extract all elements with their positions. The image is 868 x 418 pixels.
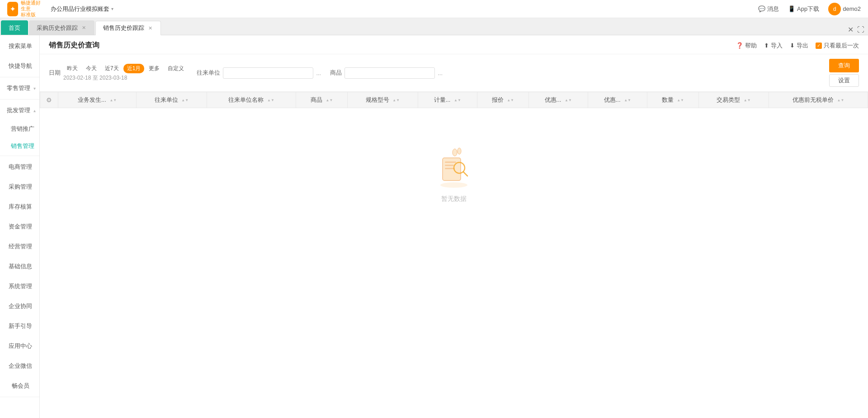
content-area: 销售历史价查询 ❓ 帮助 ⬆ 导入 ⬇ 导出 ✓ 只看最后一次: [40, 35, 868, 418]
sort-icon-discount1[interactable]: ▲▼: [565, 98, 572, 102]
date-btn-1month[interactable]: 近1月: [123, 64, 145, 73]
message-button[interactable]: 💬 消息: [758, 5, 779, 13]
import-icon: ⬆: [764, 42, 769, 49]
sidebar-item-inventory[interactable]: 库存核算: [0, 197, 39, 217]
date-btn-7days[interactable]: 近7天: [101, 64, 123, 73]
query-button[interactable]: 查询: [829, 59, 859, 72]
date-buttons: 昨天 今天 近7天 近1月 更多 自定义: [63, 64, 188, 73]
sidebar-inventory-label: 库存核算: [9, 203, 32, 211]
expand-window-button[interactable]: ⛶: [857, 26, 864, 34]
table-header: ⚙ 业务发生... ▲▼ 往来单位 ▲▼ 往来单位名称 ▲▼: [40, 92, 868, 108]
sidebar-item-ecommerce[interactable]: 电商管理: [0, 157, 39, 177]
sidebar-top-section: 搜索菜单 快捷导航: [0, 35, 39, 77]
sidebar-item-enterprise-wechat[interactable]: 企业微信: [0, 356, 39, 376]
sidebar-item-guide[interactable]: 新手引导: [0, 316, 39, 336]
sidebar-item-purchase-mgmt[interactable]: 采购管理: [0, 177, 39, 197]
counterparty-dots[interactable]: ...: [316, 70, 321, 76]
page-header: 销售历史价查询 ❓ 帮助 ⬆ 导入 ⬇ 导出 ✓ 只看最后一次: [40, 35, 868, 54]
export-button[interactable]: ⬇ 导出: [790, 42, 808, 50]
sort-icon-counterparty-name[interactable]: ▲▼: [267, 98, 274, 102]
date-btn-custom[interactable]: 自定义: [164, 64, 188, 73]
header-left: ✦ 畅捷通好生意 标准版 办公用品行业模拟账套 ▾: [7, 0, 117, 18]
sidebar-system-label: 系统管理: [9, 282, 32, 290]
export-label: 导出: [797, 42, 808, 50]
counterparty-label: 往来单位: [197, 69, 220, 77]
sort-icon-goods[interactable]: ▲▼: [326, 98, 333, 102]
user-menu[interactable]: d demo2: [828, 3, 861, 15]
date-btn-today[interactable]: 今天: [82, 64, 100, 73]
chevron-down-icon: ▾: [111, 6, 113, 11]
th-trade-type: 交易类型 ▲▼: [698, 92, 769, 108]
sort-icon-trade-type[interactable]: ▲▼: [744, 98, 751, 102]
header-right: 💬 消息 📱 App下载 d demo2: [758, 3, 861, 15]
date-filter-group: 日期 昨天 今天 近7天 近1月 更多 自定义 2023-02-18 至 202…: [49, 64, 188, 82]
sidebar-guide-label: 新手引导: [9, 322, 32, 330]
goods-dots[interactable]: ...: [438, 70, 443, 76]
avatar: d: [828, 3, 841, 15]
svg-point-7: [453, 149, 457, 156]
download-button[interactable]: 📱 App下载: [788, 5, 819, 13]
filter-btn-group: 查询 设置: [829, 59, 859, 87]
date-btn-yesterday[interactable]: 昨天: [63, 64, 81, 73]
chevron-up-icon: ▴: [33, 108, 36, 113]
th-biz-date: 业务发生... ▲▼: [58, 92, 137, 108]
close-tab-sales[interactable]: ✕: [147, 25, 153, 31]
help-button[interactable]: ❓ 帮助: [736, 42, 757, 50]
sidebar-finance-label: 资金管理: [9, 223, 32, 231]
sort-icon-counterparty[interactable]: ▲▼: [181, 98, 189, 102]
th-quote: 报价 ▲▼: [477, 92, 528, 108]
sidebar-item-sales-mgmt[interactable]: 销售管理: [0, 138, 39, 155]
goods-filter-group: 商品 ...: [330, 67, 443, 79]
sidebar-item-wholesale-mgmt[interactable]: 批发管理 ▴: [0, 100, 39, 120]
th-quantity: 数量 ▲▼: [647, 92, 698, 108]
sort-icon-discount2[interactable]: ▲▼: [624, 98, 631, 102]
sidebar-item-marketing[interactable]: 营销推广: [0, 120, 39, 138]
th-unit: 计量... ▲▼: [418, 92, 477, 108]
sidebar-item-membership[interactable]: 畅会员: [0, 376, 39, 396]
date-btn-more[interactable]: 更多: [145, 64, 163, 73]
page-title: 销售历史价查询: [49, 41, 99, 50]
tab-sales-history[interactable]: 销售历史价跟踪 ✕: [95, 21, 161, 35]
sidebar-item-system[interactable]: 系统管理: [0, 276, 39, 296]
goods-label: 商品: [330, 69, 342, 77]
th-spec: 规格型号 ▲▼: [348, 92, 418, 108]
date-filter-label: 日期: [49, 69, 61, 77]
svg-line-6: [463, 172, 467, 176]
tab-purchase-history[interactable]: 采购历史价跟踪 ✕: [29, 20, 94, 35]
sort-icon-spec[interactable]: ▲▼: [392, 98, 400, 102]
sort-icon-quantity[interactable]: ▲▼: [677, 98, 684, 102]
sidebar-item-retail-mgmt[interactable]: 零售管理 ▾: [0, 78, 39, 98]
sort-icon-pre-tax-price[interactable]: ▲▼: [837, 98, 844, 102]
sidebar-item-app-center[interactable]: 应用中心: [0, 336, 39, 356]
sort-icon-biz-date[interactable]: ▲▼: [109, 98, 117, 102]
settings-button[interactable]: 设置: [829, 74, 859, 87]
table-area: ⚙ 业务发生... ▲▼ 往来单位 ▲▼ 往来单位名称 ▲▼: [40, 92, 868, 418]
gear-icon[interactable]: ⚙: [46, 96, 52, 104]
only-last-checkbox[interactable]: ✓ 只看最后一次: [816, 42, 859, 50]
goods-input[interactable]: [344, 67, 435, 79]
close-tab-purchase[interactable]: ✕: [80, 25, 87, 31]
sort-icon-unit[interactable]: ▲▼: [454, 98, 461, 102]
sidebar-item-operations[interactable]: 经营管理: [0, 237, 39, 256]
sidebar-item-quick-nav[interactable]: 快捷导航: [0, 56, 39, 76]
svg-rect-4: [445, 168, 455, 169]
app-selector[interactable]: 办公用品行业模拟账套 ▾: [47, 3, 117, 15]
main-layout: 搜索菜单 快捷导航 零售管理 ▾ 批发管理 ▴ 营销推广 销售管理: [0, 35, 868, 418]
message-icon: 💬: [758, 5, 765, 12]
svg-point-0: [440, 182, 467, 188]
import-button[interactable]: ⬆ 导入: [764, 42, 783, 50]
sidebar-item-finance[interactable]: 资金管理: [0, 217, 39, 237]
tab-home-label: 首页: [9, 24, 20, 32]
sidebar-item-search-menu[interactable]: 搜索菜单: [0, 36, 39, 56]
sidebar-sales-mgmt-label: 销售管理: [11, 142, 34, 150]
sidebar-item-basic-info[interactable]: 基础信息: [0, 256, 39, 276]
date-options-col: 昨天 今天 近7天 近1月 更多 自定义 2023-02-18 至 2023-0…: [63, 64, 188, 82]
sidebar-search-menu-label: 搜索菜单: [9, 42, 32, 50]
close-window-button[interactable]: ✕: [848, 25, 854, 34]
counterparty-input[interactable]: [223, 67, 313, 79]
tab-home[interactable]: 首页: [1, 20, 28, 35]
sort-icon-quote[interactable]: ▲▼: [507, 98, 514, 102]
sidebar-app-center-label: 应用中心: [9, 342, 32, 350]
logo-text: 畅捷通好生意 标准版: [21, 0, 43, 18]
sidebar-item-enterprise[interactable]: 企业协同: [0, 296, 39, 316]
